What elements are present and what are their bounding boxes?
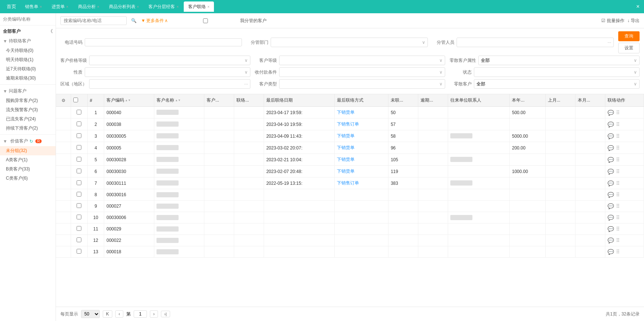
sidebar-item-declining[interactable]: 持续下滑客户(2) [0, 124, 56, 133]
contact-action-icon[interactable]: 💬 [608, 121, 614, 127]
sidebar-item-ungroup[interactable]: 未分组(32) [0, 146, 56, 155]
close-all-tabs[interactable]: × [635, 2, 641, 11]
phone-input[interactable] [85, 38, 242, 46]
company-contact-col-header[interactable]: 往来单位联系人 [448, 94, 510, 107]
retail-customer-select[interactable]: 全部∨ [474, 79, 640, 89]
nature-select[interactable]: ∨ [85, 67, 250, 77]
value-customer-group[interactable]: ▼ 价值客户 ↻ R [0, 136, 56, 146]
per-page-select[interactable]: 50 100 200 [81, 310, 100, 318]
row-checkbox[interactable] [77, 203, 81, 208]
more-action-icon[interactable]: ⠿ [616, 180, 620, 186]
last-method-col-header[interactable]: 最后联络方式 [334, 94, 388, 107]
more-action-icon[interactable]: ⠿ [616, 157, 620, 163]
person-select[interactable]: ··· [457, 38, 614, 47]
more-action-icon[interactable]: ⠿ [616, 121, 620, 127]
sidebar-item-week[interactable]: 近7天待联络(0) [0, 64, 56, 74]
close-purchase-tab[interactable]: × [66, 5, 68, 9]
more-action-icon[interactable]: ⠿ [616, 237, 620, 243]
prev-page-btn[interactable]: ‹ [115, 310, 123, 318]
page-input[interactable] [134, 310, 147, 318]
region-select[interactable]: ··· [89, 79, 250, 89]
row-checkbox[interactable] [77, 249, 81, 254]
more-action-icon[interactable]: ⠿ [616, 169, 620, 174]
row-checkbox[interactable] [77, 145, 81, 150]
nav-tab-customer-contact[interactable]: 客户联络 × [184, 1, 214, 12]
last-month-col-header[interactable]: 上月... [545, 94, 575, 107]
sidebar-collapse-icon[interactable]: 《 [48, 28, 53, 35]
type-col-header[interactable]: 客户... [204, 94, 234, 107]
payment-select[interactable]: ∨ [279, 67, 445, 77]
my-customers-checkbox[interactable] [172, 18, 239, 23]
row-checkbox[interactable] [77, 215, 81, 219]
more-action-icon[interactable]: ⠿ [616, 249, 620, 255]
sidebar-item-churn-warning[interactable]: 流失预警客户(3) [0, 105, 56, 114]
contact-action-icon[interactable]: 💬 [608, 203, 614, 209]
export-btn[interactable]: ↓ 导出 [627, 18, 640, 24]
more-action-icon[interactable]: ⠿ [616, 145, 620, 151]
filter-search-icon[interactable]: 🔍 [131, 18, 137, 23]
more-action-icon[interactable]: ⠿ [616, 226, 620, 232]
sidebar-item-class-c[interactable]: C类客户(6) [0, 174, 56, 183]
name-sort-icon[interactable]: ▲▼ [175, 99, 181, 102]
settings-col-header[interactable]: ⚙ [56, 94, 71, 107]
more-action-icon[interactable]: ⠿ [616, 110, 620, 116]
this-month-col-header[interactable]: 本月... [575, 94, 605, 107]
row-checkbox[interactable] [77, 157, 81, 162]
nav-tab-purchase[interactable]: 进货单 × [47, 1, 73, 12]
more-action-icon[interactable]: ⠿ [616, 192, 620, 198]
status-select[interactable]: ∨ [474, 67, 640, 77]
checkbox-col-header[interactable] [71, 94, 88, 107]
sidebar-item-churned[interactable]: 已流失客户(24) [0, 114, 56, 124]
row-checkbox[interactable] [77, 192, 81, 197]
row-checkbox[interactable] [77, 110, 81, 114]
last-page-btn[interactable]: ›| [161, 311, 170, 317]
contact-action-icon[interactable]: 💬 [608, 249, 614, 255]
sidebar-search-input[interactable] [3, 17, 56, 22]
more-conditions-btn[interactable]: ▼ 更多条件 ∧ [141, 18, 168, 24]
contact-action-icon[interactable]: 💬 [608, 237, 614, 243]
contact-action-icon[interactable]: 💬 [608, 192, 614, 198]
query-button[interactable]: 查询 [618, 31, 640, 41]
row-checkbox[interactable] [77, 180, 81, 185]
contact-action-icon[interactable]: 💬 [608, 215, 614, 221]
name-col-header[interactable]: 客户名称 ▲▼ [154, 94, 204, 107]
first-page-btn[interactable]: K [103, 310, 112, 318]
contact-action-icon[interactable]: 💬 [608, 180, 614, 186]
nav-home-tab[interactable]: 首页 [3, 3, 20, 10]
code-col-header[interactable]: 客户编码 ▲▼ [104, 94, 154, 107]
close-sales-tab[interactable]: × [40, 5, 42, 9]
nav-tab-sales[interactable]: 销售单 × [21, 1, 46, 12]
retail-attr-select[interactable]: 全部∨ [478, 56, 640, 65]
contact-action-icon[interactable]: 💬 [608, 145, 614, 151]
overdue-col-header[interactable]: 逾期... [418, 94, 448, 107]
nav-tab-customer-segment[interactable]: 客户分层经客 × [144, 1, 183, 12]
search-input[interactable] [60, 16, 127, 25]
contact-action-icon[interactable]: 💬 [608, 133, 614, 139]
contact-action-icon[interactable]: 💬 [608, 169, 614, 174]
more-action-icon[interactable]: ⠿ [616, 203, 620, 209]
sidebar-item-class-a[interactable]: A类客户(1) [0, 155, 56, 165]
this-year-col-header[interactable]: 本年... [510, 94, 545, 107]
row-checkbox[interactable] [77, 169, 81, 173]
row-checkbox[interactable] [77, 133, 81, 138]
contact-action-icon[interactable]: 💬 [608, 157, 614, 163]
contact-action-icon[interactable]: 💬 [608, 110, 614, 116]
row-checkbox[interactable] [77, 226, 81, 231]
last-date-col-header[interactable]: 最后联络日期 [264, 94, 335, 107]
sidebar-item-overdue[interactable]: 逾期未联络(30) [0, 74, 56, 83]
dept-select[interactable]: ∨ [271, 38, 428, 47]
close-product-analysis-tab[interactable]: × [97, 5, 99, 9]
problem-customer-group[interactable]: ▼ 问题客户 [0, 86, 56, 96]
row-checkbox[interactable] [77, 121, 81, 126]
not-contacted-col-header[interactable]: 未联... [388, 94, 418, 107]
close-customer-contact-tab[interactable]: × [207, 5, 210, 9]
next-page-btn[interactable]: › [150, 310, 158, 318]
all-customers-header[interactable]: 全部客户 《 [0, 25, 56, 36]
sidebar-item-tomorrow[interactable]: 明天待联络(1) [0, 55, 56, 64]
more-action-icon[interactable]: ⠿ [616, 215, 620, 221]
code-sort-icon[interactable]: ▲▼ [125, 99, 131, 102]
select-all-checkbox[interactable] [73, 98, 78, 102]
contact-action-icon[interactable]: 💬 [608, 226, 614, 232]
refresh-icon[interactable]: ↻ [29, 139, 33, 144]
nav-tab-product-analysis[interactable]: 商品分析 × [74, 1, 104, 12]
